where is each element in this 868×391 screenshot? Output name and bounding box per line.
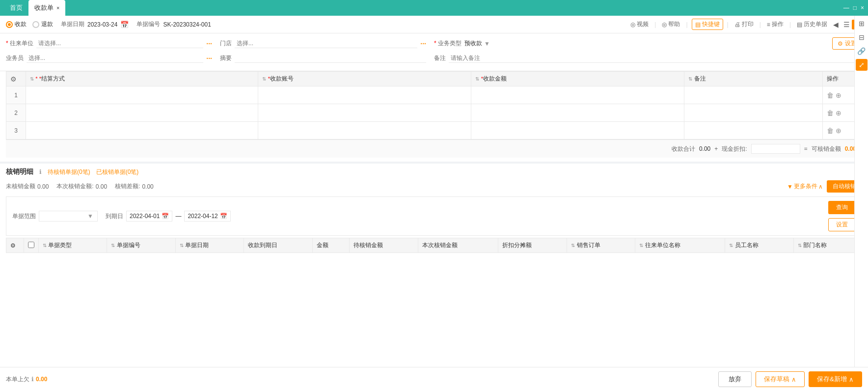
cell-amount-3[interactable] (471, 122, 684, 140)
action-btns-1: 🗑 ⊕ (827, 91, 858, 99)
op-icon: ≡ (767, 21, 770, 28)
sidebar-print-icon[interactable]: ⊟ (856, 31, 868, 43)
radio-receipt[interactable]: 收款 (6, 20, 27, 28)
video-icon: ◎ (630, 21, 635, 28)
th-operation-label: 操作 (827, 75, 839, 82)
print-btn[interactable]: 🖨 打印 (732, 19, 756, 29)
date-separator: — (175, 213, 181, 220)
cell-account-1[interactable] (258, 86, 471, 104)
window-close[interactable]: × (861, 4, 864, 11)
store-more-btn[interactable]: ··· (420, 40, 426, 48)
scope-select[interactable]: ▼ (39, 211, 98, 222)
action-btns-2: 🗑 ⊕ (827, 109, 858, 117)
tab-close-icon[interactable]: × (56, 5, 59, 11)
shortcut-btn[interactable]: ▤ 快捷键 (692, 19, 723, 30)
hx-done-tab[interactable]: 已核销单据(0笔) (96, 168, 139, 176)
operation-btn[interactable]: ≡ 操作 (765, 19, 786, 29)
abandon-btn[interactable]: 放弃 (718, 371, 752, 387)
video-btn[interactable]: ◎ 视频 (628, 19, 651, 29)
hx-select-all-checkbox[interactable] (28, 242, 34, 248)
date-start-input[interactable]: 2022-04-01 📅 (126, 211, 172, 222)
sort-doctype-icon[interactable]: ⇅ (43, 243, 47, 248)
sort-icon-amount[interactable]: ⇅ (475, 76, 479, 82)
hx-th-amount: 金额 (313, 238, 350, 253)
copy-btn-2[interactable]: ⊕ (836, 109, 841, 117)
filter-icon: ▼ (787, 183, 793, 190)
delete-btn-1[interactable]: 🗑 (827, 91, 834, 99)
sidebar-expand-icon[interactable]: ⤢ (856, 59, 868, 71)
partner-input[interactable] (36, 39, 203, 48)
sort-docdate-icon[interactable]: ⇅ (180, 243, 184, 248)
sort-employee-icon[interactable]: ⇅ (729, 243, 733, 248)
sort-docno-icon[interactable]: ⇅ (111, 243, 115, 248)
save-new-btn[interactable]: 保存&新增 ∧ (809, 371, 862, 387)
cell-account-2[interactable] (258, 104, 471, 122)
cell-remark-3[interactable] (684, 122, 823, 140)
salesman-input[interactable] (27, 54, 203, 63)
sort-icon-settlement[interactable]: ⇅ (30, 76, 34, 82)
sort-icon-remark[interactable]: ⇅ (688, 76, 692, 82)
sort-partner-icon[interactable]: ⇅ (639, 243, 643, 248)
business-type-select[interactable]: 预收款 ▼ (464, 39, 824, 48)
hx-settings-btn[interactable]: 设置 (828, 218, 856, 231)
delete-btn-2[interactable]: 🗑 (827, 109, 834, 117)
date-end-input[interactable]: 2022-04-12 📅 (184, 211, 230, 222)
hx-th-docdate: ⇅ 单据日期 (175, 238, 244, 253)
store-input[interactable] (235, 39, 417, 48)
hx-th-gear-icon[interactable]: ⚙ (10, 242, 16, 249)
hx-current: 本次核销金额: 0.00 (56, 182, 107, 191)
copy-btn-3[interactable]: ⊕ (836, 127, 841, 135)
window-restore[interactable]: □ (853, 4, 857, 11)
window-minimize[interactable]: — (843, 4, 849, 11)
date-start-calendar-icon[interactable]: 📅 (162, 213, 169, 220)
tab-receipts[interactable]: 收款单 × (28, 0, 65, 16)
cell-remark-2[interactable] (684, 104, 823, 122)
sidebar-attach-icon[interactable]: 🔗 (856, 45, 868, 57)
footer-info-icon[interactable]: ℹ (31, 376, 34, 383)
nav-prev[interactable]: ◀ (833, 21, 839, 28)
cell-amount-1[interactable] (471, 86, 684, 104)
remark-input[interactable] (449, 54, 862, 63)
salesman-more-btn[interactable]: ··· (206, 55, 212, 62)
sort-sales-order-icon[interactable]: ⇅ (571, 243, 575, 248)
right-sidebar: ⊞ ⊟ 🔗 ⤢ (854, 16, 868, 391)
date-end-calendar-icon[interactable]: 📅 (220, 213, 227, 220)
hx-pending-tab[interactable]: 待核销单据(0笔) (48, 168, 90, 176)
hx-info-icon[interactable]: ℹ (39, 168, 42, 175)
hx-th-current-hx: 本次核销金额 (418, 238, 498, 253)
hx-th-docdate-label: 单据日期 (185, 242, 209, 249)
discount-input[interactable] (751, 144, 800, 154)
sort-icon-account[interactable]: ⇅ (262, 76, 266, 82)
partner-more-btn[interactable]: ··· (206, 40, 212, 48)
sort-dept-icon[interactable]: ⇅ (798, 243, 802, 248)
footer-label: 本单上欠 (6, 375, 29, 384)
form-section: 往来单位 ··· 门店 ··· 业务类型 预收款 ▼ ⚙ 设置 (0, 33, 868, 71)
th-gear: ⚙ (6, 72, 26, 86)
query-btn[interactable]: 查询 (828, 201, 856, 214)
salesman-label: 业务员 (6, 54, 24, 62)
radio-refund[interactable]: 退款 (32, 20, 53, 28)
cell-account-3[interactable] (258, 122, 471, 140)
copy-btn-1[interactable]: ⊕ (836, 91, 841, 99)
cell-settlement-3[interactable] (26, 122, 258, 140)
diff-value: 0.00 (142, 183, 153, 190)
sidebar-table-icon[interactable]: ⊞ (856, 18, 868, 29)
total-value: 0.00 (699, 145, 710, 152)
cell-remark-1[interactable] (684, 86, 823, 104)
history-btn[interactable]: ▤ 历史单据 (795, 19, 829, 29)
cell-amount-2[interactable] (471, 104, 684, 122)
tab-home[interactable]: 首页 (4, 0, 28, 16)
equals-sign: = (804, 145, 808, 152)
cell-settlement-2[interactable] (26, 104, 258, 122)
save-draft-btn[interactable]: 保存草稿 ∧ (756, 371, 805, 387)
more-conditions-btn[interactable]: ▼ 更多条件 ∧ (787, 182, 823, 191)
summary-input[interactable] (235, 54, 426, 63)
date-range-label: 到期日 (106, 212, 123, 221)
view-list-icon[interactable]: ☰ (842, 20, 851, 29)
cell-settlement-1[interactable] (26, 86, 258, 104)
help-btn[interactable]: ◎ 帮助 (660, 19, 682, 29)
date-calendar-icon[interactable]: 📅 (120, 21, 129, 28)
hx-th-amount-label: 金额 (317, 242, 328, 249)
delete-btn-3[interactable]: 🗑 (827, 127, 834, 135)
table-gear-icon[interactable]: ⚙ (10, 75, 17, 83)
